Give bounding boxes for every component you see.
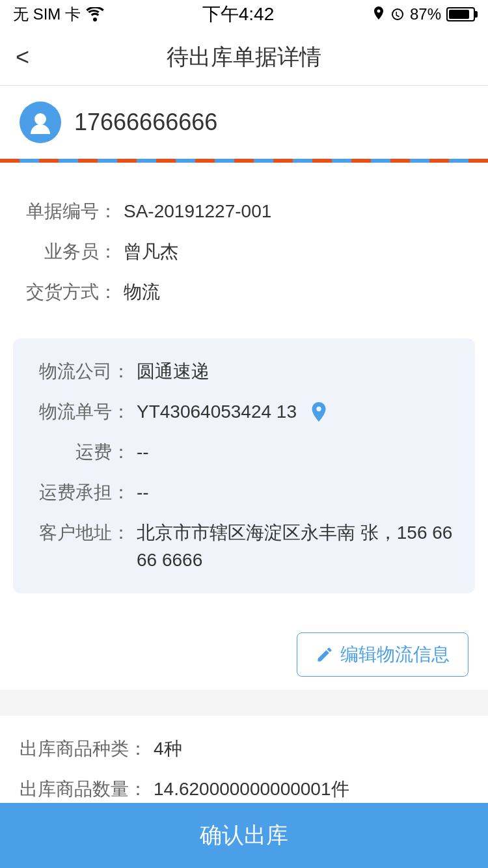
status-right: 87% — [372, 5, 475, 23]
freight-bearer-row: 运费承担： -- — [33, 472, 455, 513]
edit-icon — [316, 645, 334, 664]
wifi-icon — [86, 7, 104, 21]
battery-percent: 87% — [410, 5, 441, 23]
logistics-company-row: 物流公司： 圆通速递 — [33, 351, 455, 392]
status-time: 下午4:42 — [202, 2, 275, 27]
tracking-label: 物流单号： — [33, 398, 137, 426]
salesman-value: 曾凡杰 — [124, 238, 468, 265]
nav-bar: < 待出库单据详情 — [0, 29, 488, 86]
logistics-company-value: 圆通速递 — [137, 358, 455, 385]
order-info-section: 单据编号： SA-20191227-001 业务员： 曾凡杰 交货方式： 物流 — [0, 178, 488, 325]
edit-logistics-area: 编辑物流信息 — [0, 619, 488, 690]
status-left: 无 SIM 卡 — [13, 4, 104, 25]
logistics-company-label: 物流公司： — [33, 358, 137, 385]
map-pin-icon[interactable] — [307, 400, 331, 424]
avatar — [20, 102, 61, 143]
location-status-icon — [372, 7, 385, 22]
goods-quantity-label: 出库商品数量： — [20, 776, 154, 803]
goods-types-value: 4种 — [154, 735, 468, 763]
battery-icon — [446, 7, 475, 21]
address-row: 客户地址： 北京市市辖区海淀区永丰南 张，156 6666 6666 — [33, 513, 455, 580]
dashed-divider — [0, 159, 488, 163]
delivery-label: 交货方式： — [20, 278, 124, 306]
address-value: 北京市市辖区海淀区永丰南 张，156 6666 6666 — [137, 519, 455, 574]
logistics-card: 物流公司： 圆通速递 物流单号： YT43064053424 13 — [13, 338, 475, 593]
goods-quantity-value: 14.620000000000001件 — [154, 776, 468, 803]
back-button[interactable]: < — [16, 44, 29, 71]
confirm-button[interactable]: 确认出库 — [0, 803, 488, 868]
svg-point-0 — [34, 113, 46, 125]
tracking-value: YT43064053424 13 — [137, 398, 455, 426]
freight-bearer-value: -- — [137, 479, 455, 506]
freight-row: 运费： -- — [33, 432, 455, 472]
order-number-value: SA-20191227-001 — [124, 198, 468, 225]
confirm-button-label: 确认出库 — [200, 821, 288, 850]
edit-logistics-button[interactable]: 编辑物流信息 — [297, 632, 468, 677]
user-icon — [27, 109, 53, 135]
section-separator-1 — [0, 703, 488, 716]
status-bar: 无 SIM 卡 下午4:42 87% — [0, 0, 488, 29]
delivery-row: 交货方式： 物流 — [20, 272, 468, 312]
order-number-label: 单据编号： — [20, 198, 124, 225]
alarm-icon — [390, 7, 405, 21]
tracking-row: 物流单号： YT43064053424 13 — [33, 392, 455, 432]
goods-types-row: 出库商品种类： 4种 — [20, 729, 468, 769]
freight-value: -- — [137, 439, 455, 466]
delivery-value: 物流 — [124, 278, 468, 306]
address-label: 客户地址： — [33, 519, 137, 547]
customer-phone: 17666666666 — [74, 109, 217, 136]
page-title: 待出库单据详情 — [167, 42, 321, 72]
customer-header: 17666666666 — [0, 86, 488, 159]
freight-label: 运费： — [33, 439, 137, 466]
freight-bearer-label: 运费承担： — [33, 479, 137, 506]
goods-types-label: 出库商品种类： — [20, 735, 154, 763]
order-number-row: 单据编号： SA-20191227-001 — [20, 191, 468, 232]
content-area: 17666666666 单据编号： SA-20191227-001 业务员： 曾… — [0, 86, 488, 868]
salesman-label: 业务员： — [20, 238, 124, 265]
carrier-text: 无 SIM 卡 — [13, 4, 81, 25]
salesman-row: 业务员： 曾凡杰 — [20, 232, 468, 272]
